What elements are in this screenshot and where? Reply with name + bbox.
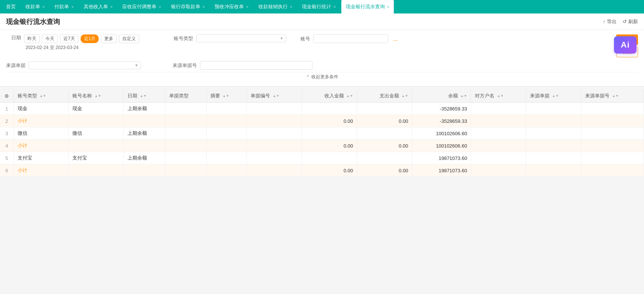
collapse-button[interactable]: ⌃ 收起更多条件 — [6, 72, 638, 82]
cell-doc-type — [165, 152, 206, 164]
source-doc-label: 来源单据 — [6, 62, 26, 69]
col-income[interactable]: 收入金额 ▲▼ — [302, 90, 357, 103]
col-date[interactable]: 日期 ▲▼ — [124, 90, 165, 103]
nav-tab-3[interactable]: 应收应付调整单 × — [118, 0, 165, 13]
date-btn-more[interactable]: 更多 — [101, 34, 117, 43]
sort-icon: ▲▼ — [461, 94, 467, 98]
close-icon[interactable]: × — [333, 4, 336, 9]
close-icon[interactable]: × — [246, 4, 248, 9]
col-doc-type[interactable]: 单据类型 — [165, 90, 206, 103]
cell-account-name: 现金 — [69, 103, 124, 115]
cell-source-doc-no — [581, 127, 644, 140]
cell-source-doc — [526, 115, 581, 127]
cell-source-doc — [526, 103, 581, 115]
sort-icon: ▲▼ — [552, 94, 559, 98]
data-table: ⚙ 账号类型 ▲▼ 账号名称 ▲▼ 日期 ▲▼ 单据类型 摘 — [0, 90, 644, 177]
data-table-container: ⚙ 账号类型 ▲▼ 账号名称 ▲▼ 日期 ▲▼ 单据类型 摘 — [0, 90, 644, 177]
cell-doc-no — [247, 115, 302, 127]
col-source-doc[interactable]: 来源单据 ▲▼ — [526, 90, 581, 103]
col-expense[interactable]: 支出金额 ▲▼ — [357, 90, 412, 103]
cell-expense — [357, 127, 412, 140]
ai-badge[interactable]: Ai — [614, 36, 636, 54]
row-number: 3 — [0, 127, 14, 140]
nav-tab-4[interactable]: 银行存取款单 × — [167, 0, 209, 13]
close-icon[interactable]: × — [203, 4, 205, 9]
cell-expense: 0.00 — [357, 164, 412, 177]
source-doc-no-input[interactable] — [200, 61, 312, 70]
col-account-type[interactable]: 账号类型 ▲▼ — [14, 90, 69, 103]
cell-expense — [357, 103, 412, 115]
col-doc-no[interactable]: 单据编号 ▲▼ — [247, 90, 302, 103]
cell-expense — [357, 152, 412, 164]
col-balance[interactable]: 余额 ▲▼ — [412, 90, 471, 103]
col-counterpart[interactable]: 对方户名 ▲▼ — [471, 90, 526, 103]
date-btn-7days[interactable]: 近7天 — [60, 34, 78, 43]
col-source-doc-no[interactable]: 来源单据号 ▲▼ — [581, 90, 644, 103]
top-nav: 首页 收款单 × 付款单 × 其他收入单 × 应收应付调整单 × 银行存取款单 … — [0, 0, 644, 13]
cell-balance: 19871073.60 — [412, 152, 471, 164]
table-row: 6小计0.000.0019871073.60 — [0, 164, 644, 177]
export-button[interactable]: ↑ 导出 — [603, 18, 617, 25]
source-doc-select[interactable]: ▾ — [29, 61, 141, 69]
cell-income: 0.00 — [302, 115, 357, 127]
col-account-name[interactable]: 账号名称 ▲▼ — [69, 90, 124, 103]
date-btn-today[interactable]: 今天 — [42, 34, 58, 43]
cell-source-doc — [526, 127, 581, 140]
date-range-display: 2023-02-24 至 2023-03-24 — [26, 45, 142, 51]
nav-tab-0[interactable]: 收款单 × — [21, 0, 49, 13]
cell-expense: 0.00 — [357, 115, 412, 127]
cell-counterpart — [471, 140, 526, 152]
sort-icon: ▲▼ — [273, 94, 279, 98]
cell-account-type: 现金 — [14, 103, 69, 115]
cell-account-name: 支付宝 — [69, 152, 124, 164]
nav-home[interactable]: 首页 — [2, 2, 20, 12]
close-icon[interactable]: × — [159, 4, 161, 9]
cell-counterpart — [471, 127, 526, 140]
nav-tab-7[interactable]: 现金银行统计 × — [297, 0, 340, 13]
row-number: 5 — [0, 152, 14, 164]
nav-tab-5[interactable]: 预收冲应收单 × — [210, 0, 253, 13]
cell-balance: -3528659.33 — [412, 115, 471, 127]
page-header: 现金银行流水查询 ↑ 导出 ↺ 刷新 — [0, 13, 644, 30]
nav-tab-2[interactable]: 其他收入单 × — [79, 0, 117, 13]
close-icon[interactable]: × — [71, 4, 74, 9]
nav-tab-1[interactable]: 付款单 × — [50, 0, 78, 13]
col-summary[interactable]: 摘要 ▲▼ — [206, 90, 247, 103]
sort-icon: ▲▼ — [39, 94, 46, 98]
sort-icon: ▲▼ — [401, 94, 408, 98]
sort-icon: ▲▼ — [612, 94, 619, 98]
account-input[interactable] — [313, 34, 388, 43]
dots-button[interactable]: ... — [391, 36, 399, 42]
date-btn-custom[interactable]: 自定义 — [119, 34, 139, 43]
cell-income: 0.00 — [302, 164, 357, 177]
close-icon[interactable]: × — [290, 4, 292, 9]
col-gear[interactable]: ⚙ — [0, 90, 14, 103]
cell-doc-type — [165, 103, 206, 115]
close-icon[interactable]: × — [42, 4, 45, 9]
cell-source-doc-no — [581, 103, 644, 115]
cell-doc-no — [247, 127, 302, 140]
date-btn-1month[interactable]: 近1月 — [81, 34, 99, 43]
table-row: 4小计0.000.00100102606.60 — [0, 140, 644, 152]
gear-icon[interactable]: ⚙ — [5, 93, 9, 99]
cell-doc-no — [247, 140, 302, 152]
cell-doc-no — [247, 152, 302, 164]
cell-source-doc-no — [581, 115, 644, 127]
cell-source-doc-no — [581, 152, 644, 164]
cell-source-doc — [526, 164, 581, 177]
cell-doc-type — [165, 140, 206, 152]
row-number: 6 — [0, 164, 14, 177]
cell-account-name: 微信 — [69, 127, 124, 140]
nav-tab-8[interactable]: 现金银行流水查询 × — [341, 0, 394, 13]
nav-tab-6[interactable]: 收款核销执行 × — [254, 0, 297, 13]
close-icon[interactable]: × — [110, 4, 113, 9]
refresh-button[interactable]: ↺ 刷新 — [623, 18, 638, 25]
cell-counterpart — [471, 152, 526, 164]
sort-icon: ▲▼ — [222, 94, 229, 98]
date-btn-yesterday[interactable]: 昨天 — [24, 34, 40, 43]
close-icon[interactable]: × — [387, 4, 389, 9]
cell-date: 上期余额 — [124, 103, 165, 115]
account-type-select[interactable]: ▾ — [196, 34, 286, 42]
dropdown-arrow-icon-2: ▾ — [135, 63, 138, 68]
cell-income — [302, 103, 357, 115]
